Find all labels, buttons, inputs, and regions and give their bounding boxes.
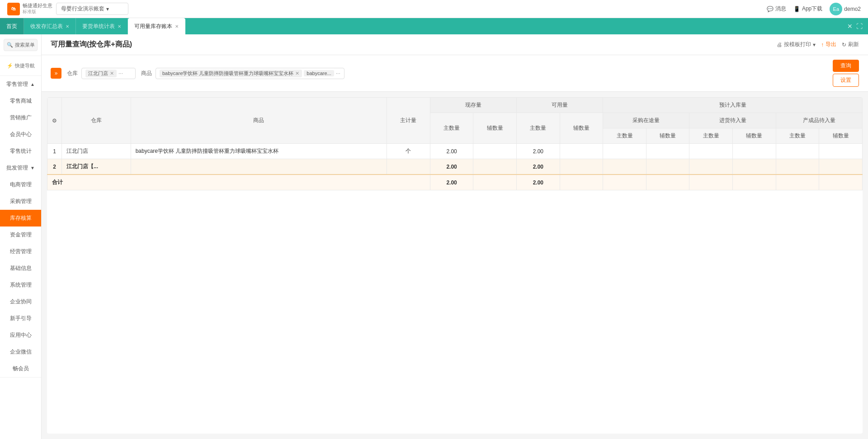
page-header: 可用量查询(按仓库+商品) 🖨 按模板打印 ▾ ↑ 导出 ↻ 刷新 [42, 34, 868, 55]
sidebar-item-ops-mgmt[interactable]: 经营管理 [0, 243, 41, 260]
query-button[interactable]: 查询 [833, 60, 859, 72]
tab-order-stats-label: 要货单统计表 [82, 23, 115, 30]
col-incoming-pending-main: 主数量 [689, 128, 733, 144]
logo-icon: 🛍 [7, 3, 20, 15]
footer-available-aux [560, 175, 603, 190]
tab-close-all[interactable]: ✕ [847, 23, 853, 30]
message-action[interactable]: 💬 消息 [767, 5, 786, 13]
warehouse-tag-text: 江北门店 [88, 70, 108, 77]
user-name: demo2 [844, 6, 861, 12]
quick-nav-button[interactable]: ⚡ 快捷导航 [0, 60, 41, 72]
tab-recv-send[interactable]: 收发存汇总表 ✕ [24, 18, 76, 34]
col-planned-in: 预计入库量 [603, 98, 863, 113]
sidebar-marketing-label: 营销推广 [10, 114, 32, 122]
sidebar-item-ecommerce-mgmt[interactable]: 电商管理 [0, 176, 41, 193]
search-menu-button[interactable]: 🔍 搜索菜单 [4, 39, 38, 51]
message-icon: 💬 [767, 6, 774, 12]
sidebar-member-center-label: 会员中心 [10, 131, 32, 138]
table-wrapper[interactable]: ⚙ 仓库 商品 主计量 现存量 可用量 预计入库量 主数量 辅数量 主数量 辅数… [47, 97, 863, 434]
sidebar-item-vip-member[interactable]: 畅会员 [0, 360, 41, 377]
filter-more-icon[interactable]: ··· [118, 70, 123, 76]
sidebar-item-marketing[interactable]: 营销推广 [0, 109, 41, 126]
tab-recv-send-label: 收发存汇总表 [30, 23, 63, 30]
main-layout: 🔍 搜索菜单 ⚡ 快捷导航 零售管理 ▲ 零售商城 营销推广 会员中心 [0, 34, 868, 439]
sidebar-retail-stats-label: 零售统计 [10, 147, 32, 155]
expand-filter-btn[interactable]: » [51, 68, 61, 79]
sidebar-basic-info-label: 基础信息 [10, 264, 32, 272]
row-2-current-aux [473, 159, 517, 175]
sidebar-item-app-center[interactable]: 应用中心 [0, 327, 41, 344]
sidebar-item-retail-mgmt[interactable]: 零售管理 ▲ [0, 76, 41, 93]
col-current-stock: 现存量 [430, 98, 516, 113]
sidebar-item-corp-collab[interactable]: 企业协同 [0, 293, 41, 310]
row-1-pt-aux [646, 144, 689, 159]
filter-more-icon-2[interactable]: ··· [336, 70, 340, 76]
sidebar-item-finance-mgmt[interactable]: 资金管理 [0, 227, 41, 243]
sidebar-item-retail-stats[interactable]: 零售统计 [0, 143, 41, 160]
warehouse-input[interactable]: 江北门店 ✕ ··· [81, 68, 136, 79]
product-tag-1-remove[interactable]: ✕ [295, 71, 299, 76]
sidebar-corp-wechat-label: 企业微信 [10, 348, 32, 356]
tab-available-stock[interactable]: 可用量库存账本 ✕ [128, 18, 185, 34]
tab-maximize[interactable]: ⛶ [856, 23, 863, 30]
sidebar-item-corp-wechat[interactable]: 企业微信 [0, 344, 41, 360]
chevron-down-icon-2: ▾ [813, 42, 816, 48]
logo-text: 畅捷通好生意 [23, 3, 52, 9]
row-2-pt-aux [646, 159, 689, 175]
product-tag-1-text: babycare学饮杯 儿童防摔防撞吸管杯重力球吸嘴杯宝宝水杯 [162, 70, 293, 77]
sidebar-item-purchase-mgmt[interactable]: 采购管理 [0, 193, 41, 210]
app-download-action[interactable]: 📱 App下载 [793, 5, 822, 13]
refresh-icon: ↻ [842, 42, 846, 48]
avatar: Ea [830, 3, 842, 15]
print-icon: 🖨 [777, 42, 782, 48]
top-bar-right: 💬 消息 📱 App下载 Ea demo2 [767, 3, 861, 15]
data-table: ⚙ 仓库 商品 主计量 现存量 可用量 预计入库量 主数量 辅数量 主数量 辅数… [47, 97, 863, 190]
refresh-label: 刷新 [848, 41, 859, 48]
sidebar-item-member-center[interactable]: 会员中心 [0, 126, 41, 143]
row-2-warehouse: 江北门店【... [62, 159, 131, 175]
refresh-btn[interactable]: ↻ 刷新 [842, 41, 859, 48]
col-product: 商品 [131, 98, 387, 144]
top-bar: 🛍 畅捷通好生意 标准版 母婴行业演示账套 ▾ 💬 消息 📱 App下载 Ea … [0, 0, 868, 18]
tab-home[interactable]: 首页 [0, 18, 24, 34]
footer-ip-main [689, 175, 733, 190]
col-incoming-pending-aux: 辅数量 [733, 128, 776, 144]
logo-sub: 标准版 [23, 9, 52, 15]
sidebar-retail-mgmt-label: 零售管理 [6, 80, 28, 88]
row-1-ip-main [689, 144, 733, 159]
sidebar-item-inventory-mgmt[interactable]: 库存核算 [0, 210, 41, 227]
footer-pt-aux [646, 175, 689, 190]
sidebar-search-section: 🔍 搜索菜单 [0, 34, 41, 56]
sidebar-item-new-guide[interactable]: 新手引导 [0, 310, 41, 327]
print-template-btn[interactable]: 🖨 按模板打印 ▾ [777, 41, 816, 48]
footer-available-main: 2.00 [517, 175, 560, 190]
user-menu[interactable]: Ea demo2 [830, 3, 861, 15]
export-btn[interactable]: ↑ 导出 [821, 41, 836, 48]
warehouse-filter-label: 仓库 [67, 70, 78, 77]
sidebar-ops-label: 经营管理 [10, 248, 32, 255]
sidebar-item-sys-mgmt[interactable]: 系统管理 [0, 277, 41, 293]
table-row: 2 江北门店【... 2.00 2.00 [47, 159, 863, 175]
row-1-product: babycare学饮杯 儿童防摔防撞吸管杯重力球吸嘴杯宝宝水杯 [131, 144, 387, 159]
tab-recv-send-close[interactable]: ✕ [66, 24, 69, 29]
row-1-current-main: 2.00 [430, 144, 473, 159]
row-1-warehouse: 江北门店 [62, 144, 131, 159]
sidebar-item-wholesale-mgmt[interactable]: 批发管理 ▼ [0, 160, 41, 176]
col-main-unit: 主计量 [387, 98, 430, 144]
tab-order-stats[interactable]: 要货单统计表 ✕ [76, 18, 128, 34]
row-1-current-aux [473, 144, 517, 159]
industry-selector[interactable]: 母婴行业演示账套 ▾ [56, 3, 128, 15]
sidebar-item-basic-info[interactable]: 基础信息 [0, 260, 41, 277]
arrow-icon-2: ▼ [30, 165, 35, 170]
app-icon: 📱 [793, 6, 800, 12]
warehouse-tag-remove[interactable]: ✕ [110, 71, 114, 76]
tab-available-stock-close[interactable]: ✕ [175, 24, 179, 29]
product-filter-group: 商品 babycare学饮杯 儿童防摔防撞吸管杯重力球吸嘴杯宝宝水杯 ✕ bab… [141, 68, 344, 79]
sidebar-item-retail-mall[interactable]: 零售商城 [0, 93, 41, 109]
top-bar-left: 🛍 畅捷通好生意 标准版 母婴行业演示账套 ▾ [7, 3, 128, 15]
product-input[interactable]: babycare学饮杯 儿童防摔防撞吸管杯重力球吸嘴杯宝宝水杯 ✕ babyca… [156, 68, 344, 79]
settings-button[interactable]: 设置 [833, 74, 859, 87]
chevron-down-icon: ▾ [106, 6, 109, 12]
row-2-ip-aux [733, 159, 776, 175]
tab-order-stats-close[interactable]: ✕ [118, 24, 121, 29]
